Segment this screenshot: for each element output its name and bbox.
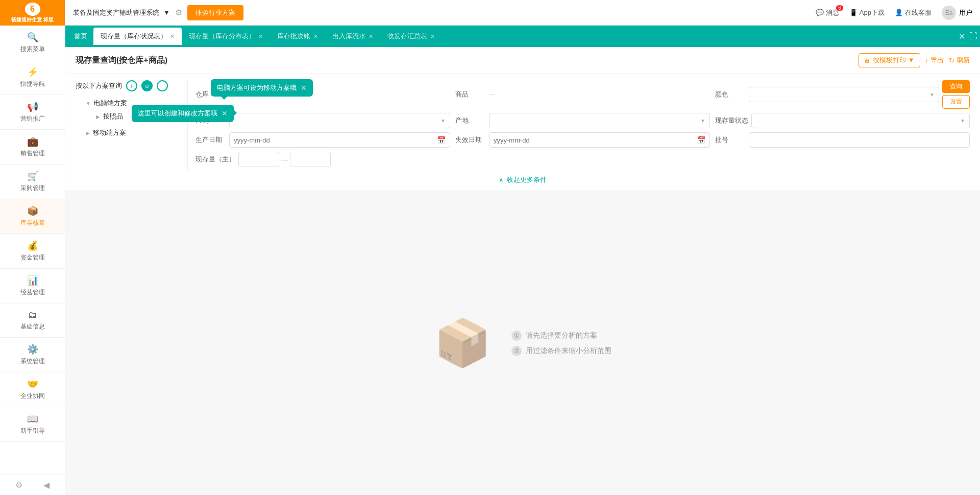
stock-main-field: 现存量（主） — <box>195 152 450 167</box>
service-icon: 👤 <box>895 9 903 16</box>
sidebar-item-label: 基础信息 <box>20 322 45 331</box>
add-scenario-btn[interactable]: + <box>126 80 137 91</box>
empty-step-1-label: 请先选择要分析的方案 <box>526 331 597 340</box>
sidebar-item-operations[interactable]: 📊 经营管理 <box>0 269 65 303</box>
basic-info-icon: 🗂 <box>28 310 37 320</box>
empty-step-2: ② 用过滤条件来缩小分析范围 <box>511 346 611 356</box>
stock-range: — <box>238 152 450 167</box>
sidebar-item-basic-info[interactable]: 🗂 基础信息 <box>0 303 65 338</box>
range-separator: — <box>281 156 288 163</box>
stock-main-label: 现存量（主） <box>195 155 235 164</box>
reset-btn[interactable]: 设置 <box>942 95 970 109</box>
tab-close-icon[interactable]: ✕ <box>430 33 435 40</box>
system-selector[interactable]: 装备及固定资产辅助管理系统 ▼ <box>73 8 170 17</box>
produce-date-text[interactable] <box>234 136 435 144</box>
sidebar-item-cooperation[interactable]: 🤝 企业协同 <box>0 372 65 407</box>
top-bar: 装备及固定资产辅助管理系统 ▼ ⚙ 体验行业方案 💬 消息 6 📱 App下载 … <box>65 0 980 26</box>
industry-btn[interactable]: 体验行业方案 <box>187 5 243 20</box>
printer-icon: 🖨 <box>864 56 871 64</box>
refresh-btn[interactable]: ↻ 刷新 <box>949 56 970 65</box>
sidebar-item-search[interactable]: 🔍 搜索菜单 <box>0 26 65 60</box>
app-download-btn[interactable]: 📱 App下载 <box>849 8 885 17</box>
sidebar-item-label: 资金管理 <box>20 253 45 262</box>
color-field: 颜色 ▼ 查询 设置 <box>715 80 970 109</box>
tab-close-icon[interactable]: ✕ <box>313 33 318 40</box>
sidebar-item-guide[interactable]: 📖 新手引导 <box>0 407 65 442</box>
goods-label: 商品 <box>455 90 486 99</box>
online-service-btn[interactable]: 👤 在线客服 <box>895 8 932 17</box>
quick-nav-icon: ⚡ <box>27 66 38 78</box>
sidebar-item-label: 新手引导 <box>20 427 45 435</box>
batch-input[interactable] <box>749 132 970 148</box>
collapse-more-btn[interactable]: ∧ 收起更多条件 <box>76 175 970 184</box>
size-select-arrow: ▼ <box>440 118 446 124</box>
marketing-icon: 📢 <box>27 101 38 112</box>
notice-btn[interactable]: 💬 消息 6 <box>816 8 839 17</box>
expire-date-input[interactable]: 📅 <box>489 132 710 148</box>
sidebar-item-label: 经营管理 <box>20 288 45 297</box>
logo-text: 畅捷通好生意 标版 <box>11 17 54 23</box>
expire-date-field: 失效日期 📅 <box>455 132 710 148</box>
avatar: Ea <box>942 6 956 20</box>
sidebar-item-quick-nav[interactable]: ⚡ 快捷导航 <box>0 60 65 95</box>
query-btn[interactable]: 查询 <box>942 80 970 93</box>
stock-status-select[interactable]: ▼ <box>751 113 970 128</box>
refresh-icon: ↻ <box>949 57 954 64</box>
tab-close-icon[interactable]: ✕ <box>170 33 175 40</box>
sidebar-bottom: ⚙ ◀ <box>0 475 65 495</box>
origin-select[interactable]: ▼ <box>489 113 710 128</box>
sidebar-item-marketing[interactable]: 📢 营销推广 <box>0 95 65 130</box>
tab-inout-flow[interactable]: 出入库流水 ✕ <box>325 28 380 45</box>
export-label: 导出 <box>930 56 944 65</box>
page-actions: 🖨 按模板打印 ▼ ↑ 导出 ↻ 刷新 <box>859 53 970 67</box>
sidebar-item-inventory[interactable]: 📦 库存核算 <box>0 199 65 234</box>
filter-label: 按以下方案查询 <box>76 81 122 90</box>
collapse-btn[interactable]: ◀ <box>43 480 50 490</box>
tab-close-icon[interactable]: ✕ <box>258 33 263 40</box>
origin-label: 产地 <box>455 116 486 125</box>
tooltip-close-icon[interactable]: ✕ <box>222 109 228 117</box>
back-btn[interactable]: ← <box>157 80 168 91</box>
tab-summary[interactable]: 收发存汇总表 ✕ <box>380 28 442 45</box>
tab-stock-dist[interactable]: 现存量（库存分布表） ✕ <box>182 28 270 45</box>
tab-home[interactable]: 首页 <box>68 28 93 45</box>
collapse-label: 收起更多条件 <box>507 175 547 184</box>
tab-stock-status[interactable]: 现存量（库存状况表） ✕ <box>93 28 182 45</box>
tab-close-icon[interactable]: ✕ <box>369 33 373 40</box>
expire-date-label: 失效日期 <box>455 135 486 145</box>
sidebar-item-system[interactable]: ⚙️ 系统管理 <box>0 338 65 372</box>
template-print-btn[interactable]: 🖨 按模板打印 ▼ <box>859 53 920 67</box>
tooltip-close-icon[interactable]: ✕ <box>301 84 307 92</box>
tab-expand-icon[interactable]: ⛶ <box>969 32 977 41</box>
export-btn[interactable]: ↑ 导出 <box>925 56 944 65</box>
sidebar-item-sales[interactable]: 💼 销售管理 <box>0 130 65 164</box>
produce-date-input[interactable]: 📅 <box>229 132 450 148</box>
sidebar-item-finance[interactable]: 💰 资金管理 <box>0 234 65 269</box>
batch-label: 批号 <box>715 135 746 145</box>
scenario-mobile-item[interactable]: ▶ 移动端方案 <box>86 126 182 139</box>
expire-date-text[interactable] <box>494 136 695 144</box>
settings-btn[interactable]: ⚙ <box>15 480 22 490</box>
stock-range-max[interactable] <box>290 152 331 167</box>
sidebar-item-purchase[interactable]: 🛒 采购管理 <box>0 164 65 199</box>
search-icon: 🔍 <box>27 32 38 43</box>
guide-icon: 📖 <box>27 413 38 425</box>
inventory-icon: 📦 <box>27 205 38 217</box>
sidebar: 6 畅捷通好生意 标版 🔍 搜索菜单 ⚡ 快捷导航 📢 营销推广 💼 销售管理 … <box>0 0 65 495</box>
batch-field: 批号 <box>715 132 970 148</box>
tooltip-text: 电脑方案可设为移动方案哦 <box>217 83 297 92</box>
notice-icon: 💬 <box>816 9 824 16</box>
size-select[interactable]: ▼ <box>229 113 450 128</box>
gear-icon[interactable]: ⚙ <box>175 8 182 17</box>
circle-btn[interactable]: ⊙ <box>141 80 153 91</box>
sidebar-item-label: 采购管理 <box>20 184 45 193</box>
scenario-mobile-label: 移动端方案 <box>93 128 126 137</box>
tab-batch-ledger[interactable]: 库存批次账 ✕ <box>270 28 325 45</box>
tab-bar-actions: ✕ ⛶ <box>959 32 977 41</box>
stock-range-min[interactable] <box>238 152 279 167</box>
tab-close-all-icon[interactable]: ✕ <box>959 32 965 41</box>
user-label: 用户 <box>959 8 972 17</box>
user-info[interactable]: Ea 用户 <box>942 6 972 20</box>
origin-select-arrow: ▼ <box>700 118 705 124</box>
color-select[interactable]: ▼ <box>749 87 939 102</box>
